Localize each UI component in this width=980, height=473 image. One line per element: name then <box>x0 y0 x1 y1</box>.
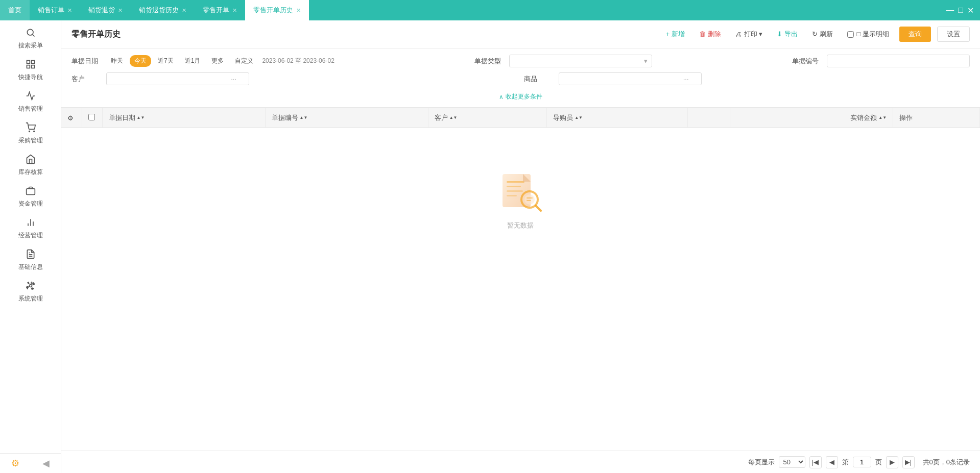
tab-retail-open-history[interactable]: 零售开单历史 ✕ <box>245 0 309 20</box>
sidebar-item-purchase[interactable]: 采购管理 <box>0 117 61 149</box>
tab-retail-open[interactable]: 零售开单 ✕ <box>195 0 245 20</box>
collapse-sidebar-btn[interactable]: ◀ <box>42 458 50 469</box>
goods-filter-input[interactable]: ··· <box>559 72 702 85</box>
first-page-btn[interactable]: |◀ <box>809 456 822 468</box>
filter-row-1: 单据日期 昨天 今天 近7天 近1月 更多 自定义 2023-06-02 至 2… <box>71 55 970 67</box>
svg-point-6 <box>29 131 30 132</box>
filter-area: 单据日期 昨天 今天 近7天 近1月 更多 自定义 2023-06-02 至 2… <box>61 48 980 108</box>
page-size-select[interactable]: 50 20 100 <box>779 456 805 468</box>
tab-close-retail-open[interactable]: ✕ <box>232 7 237 14</box>
goods-filter-label: 商品 <box>524 74 553 84</box>
svg-rect-23 <box>527 197 533 198</box>
sidebar-label-inventory: 库存核算 <box>18 168 43 177</box>
date-btn-today[interactable]: 今天 <box>130 55 151 67</box>
delete-button[interactable]: 🗑 删除 <box>695 28 725 41</box>
setting-button[interactable]: 设置 <box>937 27 970 42</box>
svg-point-14 <box>29 285 32 287</box>
sidebar-item-system[interactable]: 系统管理 <box>0 276 61 307</box>
minimize-btn[interactable]: — <box>946 6 954 15</box>
pagination-bar: 每页显示 50 20 100 |◀ ◀ 第 页 ▶ ▶| 共0页，0条记录 <box>61 451 980 473</box>
sidebar-item-finance[interactable]: 资金管理 <box>0 181 61 212</box>
header-actions: + 新增 🗑 删除 🖨 🖨 打印 打印 ▾ ⬇ 导出 ↻ 刷新 □ 显示明细 查… <box>662 27 970 42</box>
svg-rect-19 <box>507 195 517 196</box>
number-filter-label: 单据编号 <box>792 57 821 66</box>
close-btn[interactable]: ✕ <box>967 6 974 15</box>
date-btn-yesterday[interactable]: 昨天 <box>106 55 128 67</box>
date-range-text: 2023-06-02 至 2023-06-02 <box>262 57 334 65</box>
print-button[interactable]: 🖨 🖨 打印 打印 ▾ <box>731 28 767 41</box>
tab-sales-return[interactable]: 销货退货 ✕ <box>80 0 131 20</box>
collapse-filter-btn[interactable]: ∧ 收起更多条件 <box>71 90 970 103</box>
sidebar: 搜索采单 快捷导航 销售管理 采购管理 库存核算 <box>0 20 61 473</box>
main-layout: 搜索采单 快捷导航 销售管理 采购管理 库存核算 <box>0 20 980 473</box>
ellipsis-icon-2: ··· <box>683 75 689 83</box>
empty-state: 暂无数据 <box>61 128 980 271</box>
new-button[interactable]: + 新增 <box>662 28 689 41</box>
date-btn-more[interactable]: 更多 <box>207 55 228 67</box>
tab-close-retail-open-history[interactable]: ✕ <box>296 7 301 14</box>
number-filter-input[interactable] <box>827 55 970 67</box>
page-text: 第 <box>842 458 849 467</box>
ellipsis-icon: ··· <box>231 75 236 83</box>
type-filter-select[interactable]: ▾ <box>509 55 652 67</box>
sidebar-item-operation[interactable]: 经营管理 <box>0 212 61 244</box>
date-btn-1month[interactable]: 近1月 <box>180 55 205 67</box>
export-button[interactable]: ⬇ 导出 <box>773 28 802 41</box>
svg-rect-4 <box>27 65 30 68</box>
data-table: ⚙ 单据日期 ▲▼ 单据编号 <box>61 108 980 271</box>
th-customer[interactable]: 客户 ▲▼ <box>428 108 547 128</box>
th-spacer <box>687 108 730 128</box>
type-filter-label: 单据类型 <box>474 57 503 66</box>
sidebar-item-sales[interactable]: 销售管理 <box>0 86 61 117</box>
last-page-btn[interactable]: ▶| <box>902 456 915 468</box>
empty-illustration <box>495 169 546 215</box>
tab-close-sales-return-history[interactable]: ✕ <box>182 7 186 14</box>
maximize-btn[interactable]: □ <box>958 6 963 15</box>
sidebar-item-basic[interactable]: 基础信息 <box>0 244 61 276</box>
th-date[interactable]: 单据日期 ▲▼ <box>102 108 265 128</box>
print-icon: 🖨 <box>735 31 742 38</box>
tab-home[interactable]: 首页 <box>0 0 30 20</box>
table-wrapper: ⚙ 单据日期 ▲▼ 单据编号 <box>61 108 980 451</box>
th-actions: 操作 <box>893 108 980 128</box>
tab-sales-return-history[interactable]: 销货退货历史 ✕ <box>131 0 195 20</box>
display-detail-checkbox[interactable] <box>847 31 854 38</box>
refresh-button[interactable]: ↻ 刷新 <box>808 28 837 41</box>
next-page-btn[interactable]: ▶ <box>886 456 898 468</box>
sidebar-label-sales: 销售管理 <box>18 105 43 113</box>
page-number-input[interactable] <box>853 457 871 467</box>
top-bar: 首页 销售订单 ✕ 销货退货 ✕ 销货退货历史 ✕ 零售开单 ✕ 零售开单历史 … <box>0 0 980 20</box>
basic-icon <box>26 249 36 261</box>
finance-icon <box>26 186 36 197</box>
customer-filter-input[interactable]: ··· <box>106 72 249 85</box>
gear-icon[interactable]: ⚙ <box>67 114 74 122</box>
th-gear[interactable]: ⚙ <box>61 108 82 128</box>
inventory-icon <box>26 154 36 166</box>
sidebar-item-search[interactable]: 搜索采单 <box>0 22 61 54</box>
system-icon <box>26 281 36 292</box>
display-detail-button[interactable]: □ 显示明细 <box>843 28 893 41</box>
svg-rect-3 <box>31 61 34 64</box>
window-controls: — □ ✕ <box>946 6 980 15</box>
prev-page-btn[interactable]: ◀ <box>826 456 838 468</box>
sidebar-item-inventory[interactable]: 库存核算 <box>0 149 61 181</box>
sidebar-label-basic: 基础信息 <box>18 263 43 271</box>
date-btn-custom[interactable]: 自定义 <box>230 55 258 67</box>
date-btn-7days[interactable]: 近7天 <box>153 55 178 67</box>
th-checkbox[interactable] <box>82 108 102 128</box>
page-title: 零售开单历史 <box>71 29 121 40</box>
query-button[interactable]: 查询 <box>899 27 931 42</box>
th-salesperson[interactable]: 导购员 ▲▼ <box>547 108 688 128</box>
svg-line-1 <box>32 35 34 37</box>
tab-close-sales-order[interactable]: ✕ <box>67 7 72 14</box>
tab-close-sales-return[interactable]: ✕ <box>118 7 123 14</box>
filter-row-2: 客户 ··· 商品 ··· <box>71 72 970 85</box>
sidebar-item-nav[interactable]: 快捷导航 <box>0 54 61 86</box>
settings-bottom-icon[interactable]: ⚙ <box>11 458 19 469</box>
th-number[interactable]: 单据编号 ▲▼ <box>265 108 428 128</box>
content-area: 零售开单历史 + 新增 🗑 删除 🖨 🖨 打印 打印 ▾ ⬇ 导出 ↻ 刷新 □… <box>61 20 980 473</box>
svg-line-22 <box>536 206 541 211</box>
select-all-checkbox[interactable] <box>88 114 95 120</box>
tab-sales-order[interactable]: 销售订单 ✕ <box>30 0 80 20</box>
th-amount[interactable]: 实销金额 ▲▼ <box>730 108 893 128</box>
